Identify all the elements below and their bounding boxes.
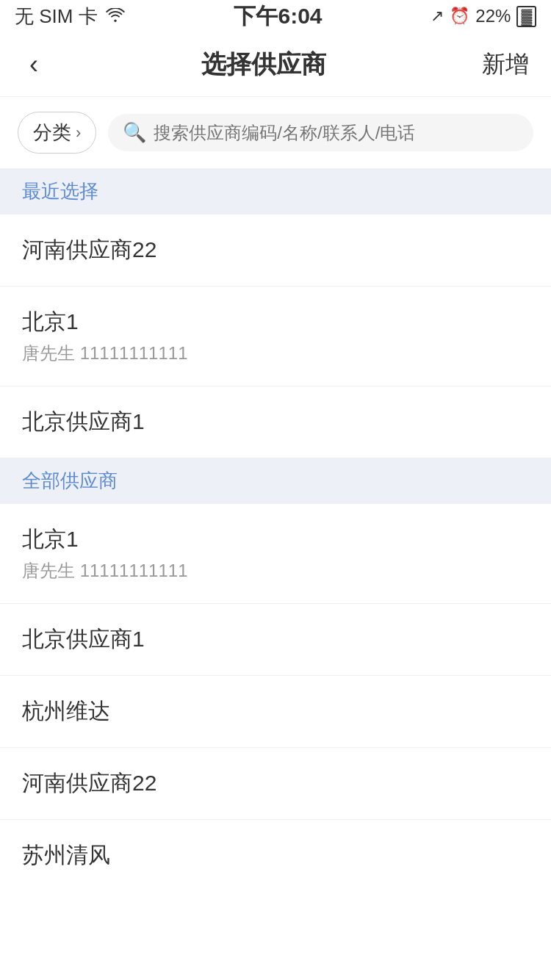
all-section-label: 全部供应商 — [22, 469, 118, 491]
list-item[interactable]: 北京1唐先生 11111111111 — [0, 287, 551, 386]
add-new-button[interactable]: 新增 — [482, 48, 529, 81]
category-label: 分类 — [33, 120, 71, 145]
supplier-name: 河南供应商22 — [22, 235, 529, 265]
list-item[interactable]: 北京供应商1 — [0, 604, 551, 676]
search-box[interactable]: 🔍 — [108, 114, 533, 151]
battery-icon: ▓ — [516, 6, 536, 27]
supplier-name: 杭州维达 — [22, 696, 529, 727]
supplier-name: 北京供应商1 — [22, 624, 529, 655]
status-right: ↗ ⏰ 22% ▓ — [431, 6, 536, 27]
alarm-icon: ⏰ — [450, 7, 469, 26]
status-left: 无 SIM 卡 — [15, 4, 126, 29]
recent-section-label: 最近选择 — [22, 180, 98, 202]
all-supplier-list: 北京1唐先生 11111111111北京供应商1杭州维达河南供应商22苏州清风 — [0, 504, 551, 891]
back-button[interactable]: ‹ — [22, 42, 46, 87]
supplier-contact: 唐先生 11111111111 — [22, 342, 529, 365]
page-title: 选择供应商 — [201, 48, 326, 82]
no-sim-label: 无 SIM 卡 — [15, 4, 98, 29]
list-item[interactable]: 河南供应商22 — [0, 215, 551, 287]
list-item[interactable]: 苏州清风 — [0, 820, 551, 891]
status-time: 下午6:04 — [234, 1, 322, 32]
battery-label: 22% — [475, 6, 511, 26]
list-item[interactable]: 杭州维达 — [0, 676, 551, 748]
recent-supplier-list: 河南供应商22北京1唐先生 11111111111北京供应商1 — [0, 215, 551, 458]
filter-row: 分类 › 🔍 — [0, 97, 551, 168]
all-section-header: 全部供应商 — [0, 458, 551, 504]
status-bar: 无 SIM 卡 下午6:04 ↗ ⏰ 22% ▓ — [0, 0, 551, 32]
nav-bar: ‹ 选择供应商 新增 — [0, 32, 551, 97]
search-input[interactable] — [154, 123, 519, 143]
category-filter-button[interactable]: 分类 › — [18, 112, 96, 154]
chevron-right-icon: › — [76, 123, 81, 143]
supplier-contact: 唐先生 11111111111 — [22, 559, 529, 583]
recent-section-header: 最近选择 — [0, 168, 551, 215]
supplier-name: 河南供应商22 — [22, 768, 529, 799]
supplier-name: 北京1 — [22, 525, 529, 555]
supplier-name: 北京供应商1 — [22, 407, 529, 437]
list-item[interactable]: 河南供应商22 — [0, 748, 551, 820]
list-item[interactable]: 北京1唐先生 11111111111 — [0, 504, 551, 604]
location-icon: ↗ — [431, 7, 444, 26]
supplier-name: 苏州清风 — [22, 840, 529, 871]
wifi-icon — [105, 5, 126, 28]
search-icon: 🔍 — [123, 121, 146, 144]
supplier-name: 北京1 — [22, 307, 529, 337]
list-item[interactable]: 北京供应商1 — [0, 386, 551, 458]
